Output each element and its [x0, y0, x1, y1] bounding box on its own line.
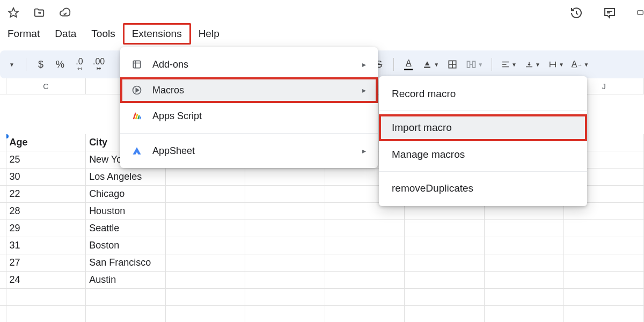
- cell[interactable]: [245, 254, 325, 272]
- cell[interactable]: 22: [6, 186, 86, 203]
- menu-tools[interactable]: Tools: [84, 25, 122, 43]
- cell[interactable]: [325, 220, 405, 237]
- cell[interactable]: [564, 272, 644, 289]
- cell[interactable]: [245, 306, 325, 322]
- cell[interactable]: [405, 272, 485, 289]
- cell[interactable]: [564, 254, 644, 272]
- text-color[interactable]: A: [400, 56, 416, 72]
- menu-extensions[interactable]: Extensions: [123, 23, 191, 45]
- cell[interactable]: Los Angeles: [86, 169, 166, 186]
- cell[interactable]: [405, 220, 485, 237]
- cell[interactable]: [245, 203, 325, 220]
- format-percent[interactable]: %: [52, 56, 68, 72]
- cell[interactable]: [485, 220, 565, 237]
- cell[interactable]: [166, 237, 246, 254]
- cell[interactable]: [166, 306, 246, 322]
- cell[interactable]: [166, 254, 246, 272]
- cell[interactable]: 27: [6, 254, 86, 272]
- cell[interactable]: [6, 289, 86, 306]
- cell[interactable]: [564, 237, 644, 254]
- cell[interactable]: [405, 237, 485, 254]
- cell[interactable]: [564, 220, 644, 237]
- row-header[interactable]: [0, 254, 6, 272]
- row-header[interactable]: [0, 151, 6, 169]
- cell[interactable]: [485, 272, 565, 289]
- macro-import[interactable]: Import macro: [379, 114, 587, 141]
- cell[interactable]: [325, 289, 405, 306]
- cell[interactable]: [405, 254, 485, 272]
- cell[interactable]: [6, 306, 86, 322]
- cell[interactable]: Chicago: [86, 186, 166, 203]
- cell[interactable]: [325, 306, 405, 322]
- ext-appsheet[interactable]: AppSheet ▸: [120, 138, 378, 164]
- cell[interactable]: Austin: [86, 272, 166, 289]
- decrease-decimal[interactable]: .0↤: [71, 56, 87, 72]
- cell[interactable]: [325, 237, 405, 254]
- cell[interactable]: [405, 306, 485, 322]
- row-header[interactable]: [0, 306, 6, 322]
- macro-manage[interactable]: Manage macros: [379, 141, 587, 168]
- cell[interactable]: [325, 272, 405, 289]
- text-wrap[interactable]: ▼: [546, 56, 566, 72]
- macro-removeduplicates[interactable]: removeDuplicates: [379, 175, 587, 202]
- menu-data[interactable]: Data: [47, 25, 84, 43]
- cell[interactable]: [485, 289, 565, 306]
- menu-format[interactable]: Format: [0, 25, 47, 43]
- row-header[interactable]: [0, 237, 6, 254]
- align-horizontal[interactable]: ▼: [499, 56, 519, 72]
- cell[interactable]: [166, 203, 246, 220]
- cell[interactable]: [405, 289, 485, 306]
- row-header[interactable]: [0, 186, 6, 203]
- format-currency[interactable]: $: [33, 56, 49, 72]
- row-header[interactable]: [0, 289, 6, 306]
- cell[interactable]: 25: [6, 151, 86, 169]
- cell[interactable]: [564, 306, 644, 322]
- cell[interactable]: San Francisco: [86, 254, 166, 272]
- comment-icon[interactable]: [603, 6, 616, 19]
- cell[interactable]: 28: [6, 203, 86, 220]
- row-header[interactable]: [0, 220, 6, 237]
- cell[interactable]: [166, 186, 246, 203]
- history-icon[interactable]: [570, 6, 583, 19]
- cell[interactable]: Boston: [86, 237, 166, 254]
- cell[interactable]: [485, 306, 565, 322]
- cell[interactable]: 30: [6, 169, 86, 186]
- increase-decimal[interactable]: .00↦: [91, 56, 107, 72]
- cell[interactable]: [86, 289, 166, 306]
- row-header[interactable]: [0, 203, 6, 220]
- cell[interactable]: [485, 254, 565, 272]
- cell[interactable]: [485, 237, 565, 254]
- cell[interactable]: [166, 289, 246, 306]
- present-icon[interactable]: [636, 6, 644, 19]
- col-header-c[interactable]: C: [6, 78, 86, 94]
- align-vertical[interactable]: ▼: [522, 56, 543, 72]
- cell[interactable]: [564, 289, 644, 306]
- cell[interactable]: Houston: [86, 203, 166, 220]
- cell[interactable]: [166, 169, 246, 186]
- menu-help[interactable]: Help: [191, 25, 227, 43]
- cell[interactable]: [166, 220, 246, 237]
- cell[interactable]: 24: [6, 272, 86, 289]
- fill-color[interactable]: ▼: [420, 56, 441, 72]
- cell[interactable]: 29: [6, 220, 86, 237]
- toolbar-more-left[interactable]: ▼: [3, 56, 19, 72]
- cell[interactable]: [245, 169, 325, 186]
- merge-cells[interactable]: ▼: [464, 56, 485, 72]
- move-folder-icon[interactable]: [33, 7, 45, 19]
- cell[interactable]: [245, 289, 325, 306]
- borders[interactable]: [444, 56, 460, 72]
- cell[interactable]: [86, 306, 166, 322]
- star-icon[interactable]: [8, 7, 19, 19]
- text-rotate[interactable]: A→▼: [569, 56, 591, 72]
- cell[interactable]: 31: [6, 237, 86, 254]
- row-header[interactable]: [0, 134, 6, 151]
- macro-record[interactable]: Record macro: [379, 80, 587, 107]
- ext-addons[interactable]: Add-ons ▸: [120, 52, 378, 77]
- cell[interactable]: Seattle: [86, 220, 166, 237]
- cell[interactable]: [325, 254, 405, 272]
- cell[interactable]: [245, 220, 325, 237]
- ext-apps-script[interactable]: Apps Script: [120, 103, 378, 129]
- row-header[interactable]: [0, 272, 6, 289]
- row-header[interactable]: [0, 169, 6, 186]
- cell[interactable]: Age: [6, 134, 86, 151]
